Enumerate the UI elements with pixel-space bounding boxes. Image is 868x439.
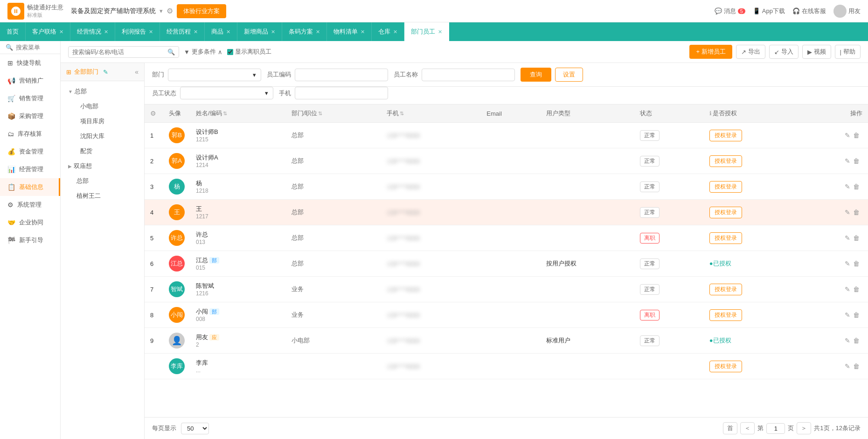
trial-button[interactable]: 体验行业方案 — [177, 4, 226, 18]
tab-close-material[interactable]: ✕ — [361, 29, 365, 35]
prev-page-button[interactable]: ＜ — [740, 422, 755, 434]
delete-button[interactable]: 🗑 — [853, 337, 860, 344]
edit-button[interactable]: ✎ — [845, 260, 850, 267]
emp-status-select[interactable]: ▾ — [180, 87, 273, 99]
import-button[interactable]: ↙ 导入 — [769, 45, 799, 59]
edit-button[interactable]: ✎ — [845, 234, 850, 242]
delete-button[interactable]: 🗑 — [853, 132, 860, 139]
edit-button[interactable]: ✎ — [845, 157, 850, 165]
edit-button[interactable]: ✎ — [845, 132, 850, 139]
dept-item-plant[interactable]: 植树王二 — [61, 188, 144, 203]
delete-button[interactable]: 🗑 — [853, 234, 860, 242]
show-resign-checkbox[interactable]: 显示离职员工 — [227, 48, 271, 56]
nav-tab-material[interactable]: 物料清单✕ — [327, 22, 372, 41]
show-resign-input[interactable] — [227, 49, 233, 55]
delete-button[interactable]: 🗑 — [853, 260, 860, 267]
tab-close-process[interactable]: ✕ — [194, 29, 198, 35]
tab-close-new_goods[interactable]: ✕ — [271, 29, 275, 35]
first-page-button[interactable]: 首 — [723, 422, 737, 434]
more-conditions-button[interactable]: ▼ 更多条件 ∧ — [184, 48, 222, 56]
delete-button[interactable]: 🗑 — [853, 311, 860, 319]
edit-button[interactable]: ✎ — [845, 209, 850, 216]
user-menu[interactable]: 用友 — [833, 5, 861, 18]
auth-button[interactable]: 授权登录 — [709, 130, 742, 141]
emp-name-input[interactable] — [422, 69, 515, 81]
sidebar-item-guide[interactable]: 🏁新手引导 — [0, 231, 60, 249]
dept-item-shenyang[interactable]: 沈阳大库 — [61, 129, 144, 144]
tab-close-profit[interactable]: ✕ — [149, 29, 153, 35]
page-size-select[interactable]: 501020100 — [181, 423, 209, 434]
set-button[interactable]: 设置 — [555, 68, 583, 82]
nav-tab-operation[interactable]: 经营情况✕ — [70, 22, 115, 41]
dept-filter-select[interactable]: ▾ — [168, 69, 261, 81]
tab-close-customer[interactable]: ✕ — [59, 29, 63, 35]
sidebar-item-collab[interactable]: 🤝企业协同 — [0, 214, 60, 231]
search-menu-input[interactable] — [16, 44, 61, 51]
edit-button[interactable]: ✎ — [845, 337, 850, 344]
delete-button[interactable]: 🗑 — [853, 157, 860, 165]
dept-item-project[interactable]: 项目库房 — [61, 114, 144, 129]
tab-close-operation[interactable]: ✕ — [104, 29, 108, 35]
phone-input[interactable] — [295, 87, 388, 99]
delete-button[interactable]: 🗑 — [853, 209, 860, 216]
emp-code-input[interactable] — [295, 69, 388, 81]
messages-button[interactable]: 💬 消息 5 — [715, 7, 745, 15]
tab-close-goods[interactable]: ✕ — [226, 29, 230, 35]
nav-tab-process[interactable]: 经营历程✕ — [160, 22, 205, 41]
sidebar-item-system[interactable]: ⚙系统管理 — [0, 196, 60, 214]
nav-tab-employee[interactable]: 部门员工✕ — [404, 22, 449, 41]
online-service-button[interactable]: 🎧 在线客服 — [792, 7, 826, 15]
query-button[interactable]: 查询 — [521, 68, 551, 82]
auth-button[interactable]: 授权登录 — [709, 181, 742, 193]
tab-close-barcode[interactable]: ✕ — [316, 29, 320, 35]
help-button[interactable]: | 帮助 — [835, 45, 861, 59]
sidebar-item-marketing[interactable]: 📢营销推广 — [0, 72, 60, 90]
delete-button[interactable]: 🗑 — [853, 183, 860, 190]
auth-button[interactable]: 授权登录 — [709, 232, 742, 244]
tab-close-warehouse[interactable]: ✕ — [393, 29, 397, 35]
dept-item-delivery[interactable]: 配货 — [61, 144, 144, 159]
sidebar-item-purchase[interactable]: 📦采购管理 — [0, 107, 60, 125]
nav-tab-customer[interactable]: 客户联络✕ — [26, 22, 70, 41]
app-download-button[interactable]: 📱 App下载 — [753, 7, 785, 15]
view-button[interactable]: ▶ 视频 — [802, 45, 831, 59]
nav-tab-profit[interactable]: 利润报告✕ — [115, 22, 160, 41]
nav-tab-warehouse[interactable]: 仓库✕ — [372, 22, 404, 41]
sidebar-item-inventory[interactable]: 🗂库存核算 — [0, 125, 60, 143]
add-employee-button[interactable]: + 新增员工 — [689, 45, 732, 59]
sidebar-item-basic[interactable]: 📋基础信息 — [0, 178, 60, 196]
dept-item-shuangtai[interactable]: ▶双庙想 — [61, 159, 144, 174]
next-page-button[interactable]: ＞ — [797, 422, 811, 434]
tab-close-employee[interactable]: ✕ — [438, 29, 442, 35]
sidebar-item-operations[interactable]: 📊经营管理 — [0, 160, 60, 178]
auth-button[interactable]: 授权登录 — [709, 284, 742, 295]
nav-tab-home[interactable]: 首页 — [0, 22, 26, 41]
export-button[interactable]: ↗ 导出 — [736, 45, 765, 59]
chevron-down-icon[interactable]: ▾ — [160, 7, 163, 14]
collapse-panel-icon[interactable]: « — [135, 68, 139, 76]
nav-tab-new_goods[interactable]: 新增商品✕ — [237, 22, 282, 41]
edit-button[interactable]: ✎ — [845, 311, 850, 319]
search-input[interactable] — [72, 49, 166, 56]
nav-tab-barcode[interactable]: 条码方案✕ — [282, 22, 327, 41]
delete-button[interactable]: 🗑 — [853, 286, 860, 293]
dept-item-general[interactable]: ▼总部 — [61, 84, 144, 99]
auth-button[interactable]: 授权登录 — [709, 155, 742, 167]
delete-button[interactable]: 🗑 — [853, 362, 860, 370]
sidebar-item-finance[interactable]: 💰资金管理 — [0, 143, 60, 160]
sidebar-item-quick-nav[interactable]: ⊞快捷导航 — [0, 54, 60, 72]
dept-item-small_elec[interactable]: 小电部 — [61, 99, 144, 114]
sidebar-item-sales[interactable]: 🛒销售管理 — [0, 90, 60, 107]
edit-button[interactable]: ✎ — [845, 286, 850, 293]
nav-tab-goods[interactable]: 商品✕ — [205, 22, 237, 41]
auth-button[interactable]: 授权登录 — [709, 309, 742, 321]
gear-icon[interactable]: ⚙ — [167, 7, 173, 15]
page-input[interactable] — [766, 423, 785, 434]
edit-dept-icon[interactable]: ✎ — [103, 69, 108, 76]
auth-button[interactable]: 授权登录 — [709, 361, 742, 372]
edit-button[interactable]: ✎ — [845, 362, 850, 370]
dept-item-general2[interactable]: 总部 — [61, 174, 144, 188]
edit-button[interactable]: ✎ — [845, 183, 850, 190]
auth-button[interactable]: 授权登录 — [709, 207, 742, 218]
settings-icon[interactable]: ⚙ — [150, 110, 156, 117]
